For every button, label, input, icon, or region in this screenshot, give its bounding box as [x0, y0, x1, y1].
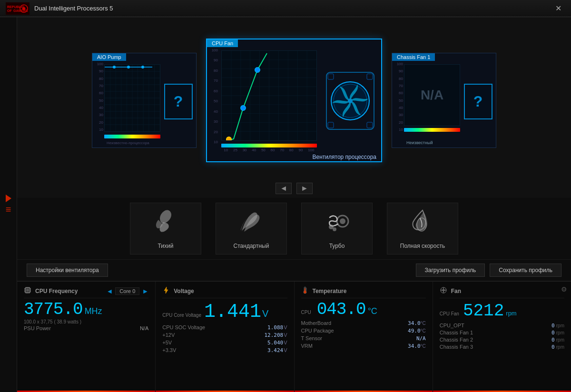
prev-arrow[interactable]: ◄ [276, 183, 292, 194]
rog-logo-icon: REPUBLIC OF GAMERS [6, 2, 30, 15]
svg-point-25 [113, 66, 116, 69]
sidebar-panel: ≡ [0, 17, 17, 392]
action-bar: Настройки вентилятора Загрузить профиль … [17, 259, 571, 281]
turbo-label: Турбо [329, 243, 345, 249]
svg-point-53 [348, 98, 353, 103]
fullspeed-label: Полная скорость [400, 243, 445, 249]
aio-fan-icon: ? [164, 84, 193, 119]
turbo-icon [323, 208, 351, 239]
cpu-freq-unit: MHz [85, 306, 102, 316]
cpu-freq-title: CPU Frequency [35, 288, 78, 294]
fan-row-2: Chassis Fan 2 0 rpm [440, 337, 564, 343]
volt-row-2: +5V 5.040V [162, 340, 287, 346]
temp-icon [301, 286, 309, 296]
volt-row-1: +12V 12.208V [162, 332, 287, 338]
quiet-mode-btn[interactable]: Тихий [130, 203, 201, 255]
volt-row-0: CPU SOC Voltage 1.088V [162, 324, 287, 331]
temp-row-1: CPU Package 49.0°C [301, 328, 426, 334]
svg-point-47 [241, 106, 246, 110]
titlebar: REPUBLIC OF GAMERS Dual Intelligent Proc… [0, 0, 571, 17]
chassis-na-display: N/A [404, 64, 460, 126]
cpu-fan-card[interactable]: CPU Fan 100908070605040302010 [206, 39, 382, 162]
fullspeed-icon [408, 208, 437, 239]
svg-rect-54 [328, 74, 334, 79]
cpu-fan-rpm-unit: rpm [506, 310, 516, 317]
cpu-temp-value: 043.0 [317, 301, 366, 318]
temp-row-0: MotherBoard 34.0°C [301, 320, 426, 326]
cpu-fan-3d-icon [319, 48, 381, 154]
svg-rect-0 [6, 2, 30, 15]
svg-rect-57 [367, 122, 373, 128]
cpu-icon [24, 286, 31, 296]
cpu-fan-graph [221, 50, 317, 141]
nav-arrows-bar: ◄ ► [17, 179, 571, 198]
fullspeed-mode-btn[interactable]: Полная скорость [387, 203, 458, 255]
voltage-panel: Voltage CPU Core Voltage 1.441 V CPU SOC… [156, 282, 294, 392]
svg-rect-55 [367, 74, 373, 79]
fan-row-1: Chassis Fan 1 0 rpm [440, 330, 564, 336]
app-title: Dual Intelligent Processors 5 [34, 5, 551, 12]
fan-row-3: Chassis Fan 3 0 rpm [440, 344, 564, 350]
chassis-fan1-title: Chassis Fan 1 [392, 53, 435, 61]
next-arrow[interactable]: ► [296, 183, 313, 194]
cpu-freq-sub1: 100.0 x 37,75 ( 38.9 watts ) [24, 319, 148, 324]
save-profile-button[interactable]: Сохранить профиль [490, 264, 561, 277]
svg-text:OF: OF [7, 9, 12, 12]
core-nav: ◄ Core 0 ► [107, 287, 149, 295]
quiet-label: Тихий [158, 243, 174, 249]
svg-point-49 [226, 137, 231, 141]
fan-row-0: CPU_OPT 0 rpm [440, 323, 564, 329]
svg-rect-79 [305, 288, 305, 292]
chassis-fan1-card[interactable]: Chassis Fan 1 100908070605040302010 N/A … [392, 53, 496, 148]
core-next-btn[interactable]: ► [142, 287, 148, 295]
stats-bar: CPU Frequency ◄ Core 0 ► 3775.0 MHz 100.… [17, 281, 571, 392]
standard-mode-btn[interactable]: Стандартный [216, 203, 287, 255]
svg-point-59 [340, 218, 345, 224]
load-profile-button[interactable]: Загрузить профиль [416, 264, 485, 277]
cpu-core-volt-unit: V [262, 308, 268, 319]
voltage-icon [162, 286, 170, 296]
menu-icon[interactable]: ≡ [6, 204, 11, 215]
svg-rect-64 [26, 289, 29, 292]
cpu-fan-label: Вентилятор процессора [207, 154, 381, 163]
chassis-fan-label: Неизвестный [406, 140, 433, 145]
temp-row-3: VRM 34.0°C [301, 343, 426, 349]
cpu-fan-rpm-value: 5212 [463, 301, 504, 321]
chassis-fan-icon: ? [464, 84, 492, 119]
svg-point-48 [255, 68, 260, 72]
standard-icon [237, 208, 266, 239]
cpu-temp-label: CPU [301, 310, 311, 315]
fan-stats-title: Fan [451, 288, 461, 294]
fan-cards-area: AIO Pump 100908070605040302010 [17, 17, 571, 179]
psu-power-row: PSU Power N/A [24, 325, 148, 331]
svg-rect-56 [328, 122, 334, 128]
temp-row-2: T Sensor N/A [301, 335, 426, 342]
gear-icon[interactable]: ⚙ [561, 285, 567, 293]
chassis-temp-bar [404, 128, 460, 132]
cpu-fan-title: CPU Fan [207, 39, 238, 47]
cpu-temp-bar [221, 144, 317, 147]
cpu-core-volt-value: 1.441 [204, 301, 261, 323]
core-label: Core 0 [115, 287, 139, 295]
fan-settings-button[interactable]: Настройки вентилятора [27, 264, 108, 277]
core-prev-btn[interactable]: ◄ [107, 287, 113, 295]
quiet-icon [151, 208, 180, 239]
standard-label: Стандартный [234, 243, 269, 249]
aio-graph-y-labels: 100908070605040302010 [92, 62, 104, 132]
cpu-freq-panel: CPU Frequency ◄ Core 0 ► 3775.0 MHz 100.… [17, 282, 156, 392]
sidebar-arrow-icon [6, 195, 11, 202]
turbo-mode-btn[interactable]: Турбо [301, 203, 373, 255]
cpu-core-volt-label: CPU Core Voltage [162, 313, 201, 318]
volt-row-3: +3.3V 3.424V [162, 347, 287, 353]
aio-pump-card[interactable]: AIO Pump 100908070605040302010 [92, 53, 197, 148]
fan-stats-panel: ⚙ Fan CPU Fan [433, 282, 571, 392]
aio-graph [104, 64, 160, 132]
cpu-graph-y-labels: 100908070605040302010 [207, 48, 219, 144]
cpu-temp-unit: °C [368, 306, 377, 316]
close-button[interactable]: ✕ [551, 3, 565, 14]
temp-title: Temperature [313, 288, 347, 294]
temperature-panel: Temperature CPU 043.0 °C MotherBoard 34.… [295, 282, 433, 392]
svg-point-27 [141, 66, 144, 69]
voltage-title: Voltage [174, 288, 194, 294]
svg-point-5 [22, 7, 25, 10]
